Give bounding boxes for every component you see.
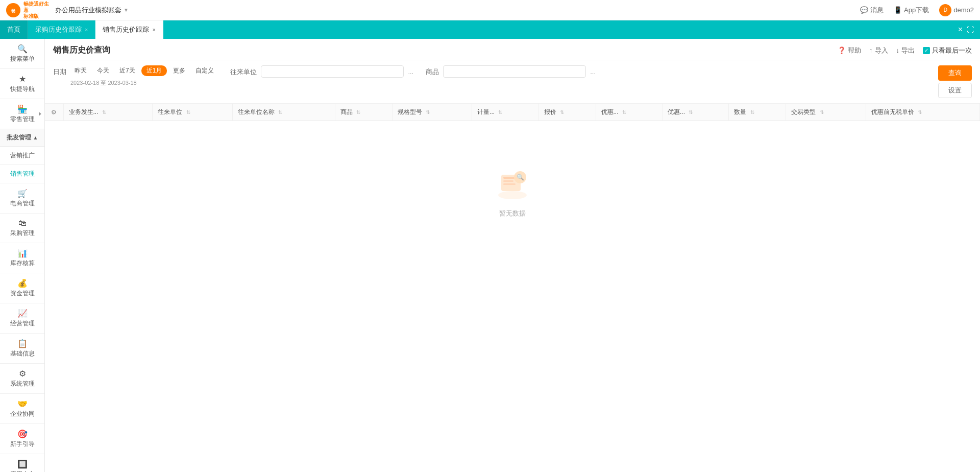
- date-btn-yesterday[interactable]: 昨天: [70, 65, 91, 76]
- page-actions: ❓ 帮助 ↑ 导入 ↓ 导出 ✓ 只看最后一次: [838, 46, 972, 55]
- only-last-checkbox[interactable]: ✓ 只看最后一次: [923, 46, 972, 55]
- table-container: ⚙ 业务发生... ⇅ 往来单位 ⇅ 往来单位名称 ⇅: [45, 104, 980, 472]
- sort-arrows-partner-code: ⇅: [186, 109, 190, 115]
- date-btn-more[interactable]: 更多: [169, 65, 189, 76]
- tab-home[interactable]: 首页: [0, 20, 28, 39]
- retail-icon: 🏪: [17, 104, 28, 114]
- sort-arrows-discount2: ⇅: [689, 109, 693, 115]
- sidebar-item-finance[interactable]: 💰 资金管理: [0, 273, 44, 303]
- date-btn-today[interactable]: 今天: [93, 65, 113, 76]
- sidebar-item-sales-mgmt[interactable]: 销售管理: [0, 165, 44, 183]
- col-date[interactable]: 业务发生... ⇅: [63, 104, 153, 121]
- app-download-action[interactable]: 📱 App下载: [894, 6, 929, 15]
- top-bar: 畅 畅捷通好生意 标准版 办公用品行业模拟账套 ▼ 💬 消息 📱 App下载 D…: [0, 0, 980, 20]
- import-button[interactable]: ↑ 导入: [869, 46, 888, 55]
- sidebar-item-enterprise[interactable]: 🤝 企业协同: [0, 394, 44, 424]
- search-icon: 🔍: [17, 44, 28, 54]
- logo: 畅 畅捷通好生意 标准版: [6, 1, 51, 19]
- col-discount1[interactable]: 优惠... ⇅: [596, 104, 662, 121]
- checkbox-icon: ✓: [923, 47, 930, 54]
- sort-arrows-trade-type: ⇅: [820, 109, 824, 115]
- date-btn-1month[interactable]: 近1月: [141, 65, 167, 76]
- svg-rect-6: [503, 183, 516, 185]
- svg-text:🔍: 🔍: [517, 173, 524, 181]
- tab-sales-history[interactable]: 销售历史价跟踪 ×: [95, 20, 163, 39]
- partner-input[interactable]: [261, 65, 404, 78]
- col-product[interactable]: 商品 ⇅: [335, 104, 392, 121]
- sidebar-item-wholesale[interactable]: 批发管理 ▲: [0, 129, 44, 147]
- product-filter-group: 商品 ...: [426, 65, 596, 78]
- operations-icon: 📈: [17, 309, 28, 318]
- svg-point-2: [498, 191, 527, 199]
- col-spec[interactable]: 规格型号 ⇅: [392, 104, 472, 121]
- product-dots[interactable]: ...: [590, 68, 596, 76]
- sidebar-item-search[interactable]: 🔍 搜索菜单: [0, 39, 44, 69]
- date-buttons: 昨天 今天 近7天 近1月 更多 自定义: [70, 65, 218, 76]
- help-icon: ❓: [838, 46, 846, 54]
- table-settings-column[interactable]: ⚙: [45, 104, 63, 121]
- basicinfo-icon: 📋: [17, 339, 28, 348]
- sidebar-item-system[interactable]: ⚙ 系统管理: [0, 364, 44, 394]
- col-unit[interactable]: 计量... ⇅: [472, 104, 538, 121]
- col-partner-code[interactable]: 往来单位 ⇅: [153, 104, 232, 121]
- user-action[interactable]: D demo2: [939, 4, 974, 16]
- date-label: 日期: [53, 65, 66, 77]
- col-quote[interactable]: 报价 ⇅: [538, 104, 596, 121]
- help-button[interactable]: ❓ 帮助: [838, 46, 861, 55]
- date-btn-custom[interactable]: 自定义: [191, 65, 218, 76]
- chevron-down-icon: ▼: [124, 7, 129, 13]
- svg-rect-5: [503, 180, 513, 182]
- chevron-up-icon: ▲: [33, 135, 38, 140]
- message-action[interactable]: 💬 消息: [860, 6, 884, 15]
- account-dropdown[interactable]: 办公用品行业模拟账套 ▼: [51, 4, 860, 17]
- sidebar-item-purchase[interactable]: 🛍 采购管理: [0, 214, 44, 243]
- empty-state: 🔍 暂无数据: [45, 121, 980, 259]
- data-table: ⚙ 业务发生... ⇅ 往来单位 ⇅ 往来单位名称 ⇅: [45, 104, 980, 121]
- col-trade-type[interactable]: 交易类型 ⇅: [786, 104, 866, 121]
- col-pretax-price[interactable]: 优惠前无税单价 ⇅: [866, 104, 979, 121]
- empty-text: 暂无数据: [499, 209, 526, 218]
- tab-bar: 首页 采购历史价跟踪 × 销售历史价跟踪 × × ⛶: [0, 20, 980, 39]
- guide-icon: 🎯: [17, 429, 28, 439]
- import-icon: ↑: [869, 46, 873, 54]
- sidebar-item-marketing[interactable]: 营销推广: [0, 147, 44, 165]
- sort-arrows-discount1: ⇅: [622, 109, 626, 115]
- maximize-button[interactable]: ⛶: [967, 26, 974, 34]
- export-button[interactable]: ↓ 导出: [896, 46, 915, 55]
- purchase-icon: 🛍: [18, 219, 27, 228]
- enterprise-icon: 🤝: [17, 399, 28, 409]
- date-filter-group: 日期 昨天 今天 近7天 近1月 更多 自定义 2023-02-18 至 202…: [53, 65, 218, 87]
- sidebar-item-app-center[interactable]: 🔲 应用中心: [0, 454, 44, 472]
- query-button[interactable]: 查询: [938, 65, 972, 81]
- avatar: D: [939, 4, 951, 16]
- partner-label: 往来单位: [230, 65, 257, 77]
- sidebar-item-operations[interactable]: 📈 经营管理: [0, 303, 44, 334]
- sidebar-item-ecommerce[interactable]: 🛒 电商管理: [0, 183, 44, 214]
- col-quantity[interactable]: 数量 ⇅: [729, 104, 786, 121]
- appcenter-icon: 🔲: [17, 459, 28, 469]
- partner-dots[interactable]: ...: [408, 68, 413, 76]
- col-partner-name[interactable]: 往来单位名称 ⇅: [232, 104, 335, 121]
- ecommerce-icon: 🛒: [17, 188, 28, 198]
- tab-sales-close[interactable]: ×: [152, 27, 155, 33]
- close-all-button[interactable]: ×: [958, 25, 963, 34]
- filter-setting-button[interactable]: 设置: [938, 83, 972, 98]
- col-discount2[interactable]: 优惠... ⇅: [662, 104, 728, 121]
- sidebar-item-basic-info[interactable]: 📋 基础信息: [0, 334, 44, 364]
- filter-actions: 查询 设置: [938, 65, 972, 98]
- sidebar-item-guide[interactable]: 🎯 新手引导: [0, 424, 44, 454]
- system-icon: ⚙: [19, 369, 26, 379]
- content-area: 销售历史价查询 ❓ 帮助 ↑ 导入 ↓ 导出 ✓: [45, 39, 980, 472]
- sort-arrows-product: ⇅: [356, 109, 360, 115]
- sidebar-item-retail[interactable]: 🏪 零售管理: [0, 99, 44, 129]
- tab-purchase-close[interactable]: ×: [85, 27, 88, 33]
- tab-purchase-history[interactable]: 采购历史价跟踪 ×: [28, 20, 95, 39]
- sidebar-item-inventory[interactable]: 📊 库存核算: [0, 243, 44, 273]
- page: 销售历史价查询 ❓ 帮助 ↑ 导入 ↓ 导出 ✓: [45, 39, 980, 472]
- finance-icon: 💰: [17, 278, 28, 288]
- table-header-row: ⚙ 业务发生... ⇅ 往来单位 ⇅ 往来单位名称 ⇅: [45, 104, 980, 121]
- date-btn-7days[interactable]: 近7天: [115, 65, 139, 76]
- download-icon: 📱: [894, 6, 902, 14]
- sidebar-item-quick-nav[interactable]: ★ 快捷导航: [0, 69, 44, 99]
- product-input[interactable]: [443, 65, 586, 78]
